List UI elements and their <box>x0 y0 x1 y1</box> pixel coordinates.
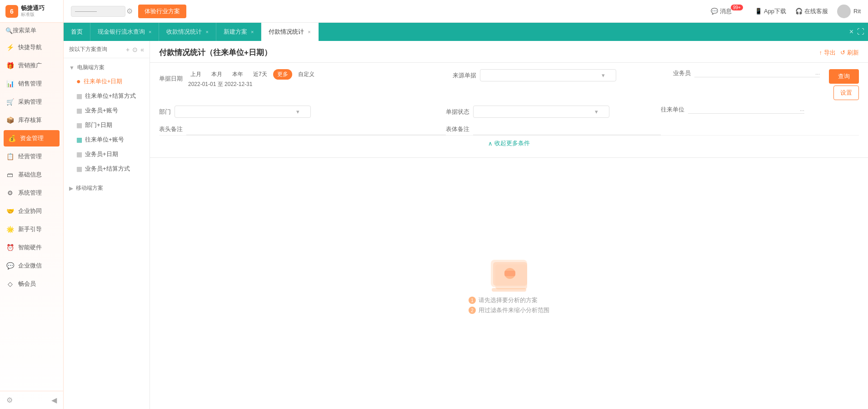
source-select[interactable]: ▾ <box>480 69 616 81</box>
tab-pay-label: 付款情况统计 <box>269 28 304 36</box>
message-icon: 💬 <box>711 8 718 15</box>
scheme-icon-5: ▦ <box>76 151 82 158</box>
basic-icon: 🗃 <box>5 170 15 179</box>
date-btn-this-year[interactable]: 本年 <box>228 69 247 80</box>
sidebar-item-label: 资金管理 <box>20 134 44 142</box>
collapse-filters-btn[interactable]: ∧ 收起更多条件 <box>159 135 859 151</box>
service-icon: 🎧 <box>795 8 803 15</box>
page-header-actions: ↑ 导出 ↺ 刷新 <box>819 49 859 57</box>
sidebar-search[interactable]: 🔍 搜索菜单 <box>0 23 63 38</box>
avatar <box>837 5 851 18</box>
unit-ellipsis[interactable]: ... <box>800 106 804 112</box>
date-btn-this-month[interactable]: 本月 <box>207 69 226 80</box>
sidebar-item-purchase[interactable]: 🛒 采购管理 <box>0 93 63 111</box>
scheme-item-staff-settle[interactable]: ▦ 业务员+结算方式 <box>64 162 150 176</box>
service-btn[interactable]: 🎧 在线客服 <box>795 7 828 15</box>
dept-select[interactable]: ▾ <box>175 106 311 118</box>
sidebar-item-smart[interactable]: ⏰ 智能硬件 <box>0 238 63 257</box>
filter-source: 来源单据 ▾ <box>453 69 673 81</box>
scheme-item-unit-date[interactable]: ● 往来单位+日期 <box>64 74 150 89</box>
mobile-group-header[interactable]: ▶ 移动端方案 <box>64 182 150 195</box>
panel-collapse-icon[interactable]: « <box>140 46 144 53</box>
unit-label: 往来单位 <box>661 106 684 114</box>
sidebar-item-quick-nav[interactable]: ⚡ 快捷导航 <box>0 38 63 56</box>
date-btn-custom[interactable]: 自定义 <box>294 69 319 80</box>
sidebar-item-system[interactable]: ⚙ 系统管理 <box>0 184 63 202</box>
sidebar-item-label: 采购管理 <box>18 98 42 106</box>
sidebar-item-marketing[interactable]: 🎁 营销推广 <box>0 56 63 75</box>
settings-button[interactable]: 设置 <box>833 86 859 100</box>
filter-row-2: 部门 ▾ 单据状态 ▾ 往来单位 <box>159 106 859 118</box>
staff-ellipsis[interactable]: ... <box>815 70 820 76</box>
scheme-icon-2: ▦ <box>76 107 82 114</box>
query-button[interactable]: 查询 <box>829 69 859 84</box>
tab-pay-stat[interactable]: 付款情况统计 × <box>261 23 318 41</box>
date-btn-last-month[interactable]: 上月 <box>186 69 205 80</box>
sidebar-collapse-icon[interactable]: ◀ <box>51 396 57 404</box>
scheme-label: 往来单位+账号 <box>85 136 124 144</box>
scheme-label: 业务员+结算方式 <box>85 165 130 173</box>
sidebar-item-member[interactable]: ◇ 畅会员 <box>0 275 63 293</box>
scheme-item-dept-date[interactable]: ▦ 部门+日期 <box>64 118 150 132</box>
scheme-label: 往来单位+结算方式 <box>85 92 136 100</box>
left-panel: 按以下方案查询 + ⊙ « ▼ 电脑端方案 ● 往来单位+日期 ▦ <box>64 41 150 409</box>
sidebar-item-inventory[interactable]: 📦 库存核算 <box>0 111 63 129</box>
username: Rit <box>853 8 861 15</box>
tab-pay-close[interactable]: × <box>308 29 310 35</box>
scheme-item-unit-settle[interactable]: ▦ 往来单位+结算方式 <box>64 89 150 103</box>
messages-btn[interactable]: 💬 消息 99+ <box>711 7 746 15</box>
tab-bank[interactable]: 现金银行流水查询 × <box>90 23 159 41</box>
tab-new-scheme[interactable]: 新建方案 × <box>216 23 261 41</box>
tab-close-all-icon[interactable]: × <box>849 28 853 36</box>
sidebar-item-funds[interactable]: 💰 资金管理 <box>4 130 60 146</box>
member-icon: ◇ <box>5 279 15 288</box>
date-btn-7days[interactable]: 近7天 <box>249 69 271 80</box>
empty-hints: 1 请先选择要分析的方案 2 用过滤条件来缩小分析范围 <box>469 294 549 316</box>
sidebar-item-sales[interactable]: 📊 销售管理 <box>0 75 63 93</box>
export-btn[interactable]: ↑ 导出 <box>819 49 836 57</box>
topbar-gear-icon[interactable]: ⚙ <box>126 7 133 15</box>
sidebar-item-operation[interactable]: 📋 经营管理 <box>0 147 63 166</box>
bill-status-arrow: ▾ <box>595 108 598 115</box>
tab-payment-close[interactable]: × <box>205 29 208 35</box>
scheme-item-staff-account[interactable]: ▦ 业务员+账号 <box>64 103 150 118</box>
sidebar-item-wechat[interactable]: 💬 企业微信 <box>0 257 63 275</box>
company-select[interactable]: ———— <box>71 6 125 17</box>
refresh-btn[interactable]: ↺ 刷新 <box>840 49 859 57</box>
tab-new-close[interactable]: × <box>251 29 254 35</box>
company-select-area[interactable]: ———— ▾ <box>71 6 121 17</box>
tab-bank-close[interactable]: × <box>149 29 151 35</box>
scheme-item-staff-date[interactable]: ▦ 业务员+日期 <box>64 147 150 162</box>
scheme-item-unit-account[interactable]: ▦ 往来单位+账号 <box>64 132 150 147</box>
sidebar-search-label: 搜索菜单 <box>13 26 36 35</box>
sidebar-settings-icon[interactable]: ⚙ <box>6 396 13 404</box>
date-btn-more[interactable]: 更多 <box>273 69 292 80</box>
trial-button[interactable]: 体验行业方案 <box>138 5 186 18</box>
left-panel-icons: + ⊙ « <box>126 46 144 53</box>
tab-home[interactable]: 首页 <box>64 23 90 41</box>
sidebar-item-enterprise[interactable]: 🤝 企业协同 <box>0 202 63 220</box>
pc-group-header[interactable]: ▼ 电脑端方案 <box>64 61 150 74</box>
add-scheme-icon[interactable]: + <box>126 46 130 53</box>
scheme-settings-icon[interactable]: ⊙ <box>132 46 138 53</box>
sidebar-item-label: 经营管理 <box>18 152 42 161</box>
user-area[interactable]: Rit <box>837 5 861 18</box>
mobile-scheme-group: ▶ 移动端方案 <box>64 179 150 197</box>
filter-body-note: 表体备注 <box>446 123 661 135</box>
app-download-btn[interactable]: 📱 App下载 <box>755 7 786 15</box>
hint-num-1: 1 <box>469 297 476 304</box>
sidebar-item-guide[interactable]: 🌟 新手引导 <box>0 220 63 238</box>
body-note-label: 表体备注 <box>446 125 469 133</box>
filter-header-note: 表头备注 <box>159 123 446 135</box>
bill-status-select[interactable]: ▾ <box>473 106 609 118</box>
sidebar-item-basic[interactable]: 🗃 基础信息 <box>0 166 63 184</box>
sidebar-nav: ⚡ 快捷导航 🎁 营销推广 📊 销售管理 🛒 采购管理 📦 库存核算 💰 资金管… <box>0 38 63 391</box>
search-icon: 🔍 <box>5 27 13 34</box>
date-range-value: 2022-01-01 至 2022-12-31 <box>188 81 319 88</box>
app-logo-icon: 6 <box>5 5 18 18</box>
scheme-icon-6: ▦ <box>76 165 82 172</box>
tabbar: 首页 现金银行流水查询 × 收款情况统计 × 新建方案 × 付款情况统计 × ×… <box>64 23 868 41</box>
date-label: 单据日期 <box>159 75 183 83</box>
tab-payment-stat[interactable]: 收款情况统计 × <box>159 23 216 41</box>
tab-expand-icon[interactable]: ⛶ <box>857 28 864 36</box>
